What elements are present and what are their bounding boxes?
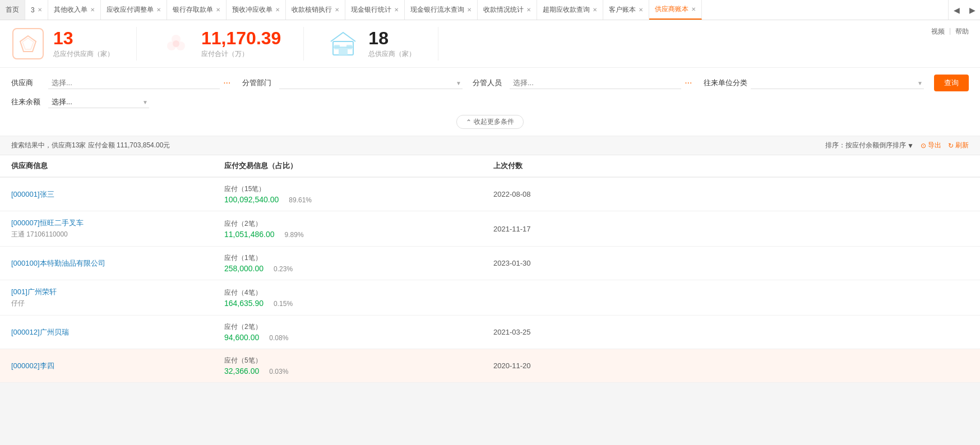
supplier-ellipsis-icon[interactable]: ··· (223, 78, 230, 88)
supplier-link-5[interactable]: [000002]李四 (11, 361, 54, 370)
category-dropdown-icon: ▼ (917, 80, 923, 86)
nav-tab-3[interactable]: 3 ✕ (25, 0, 48, 20)
nav-tab-verify[interactable]: 收款核销执行 ✕ (286, 0, 345, 20)
nav-next-button[interactable]: ▶ (964, 0, 980, 20)
cell-lastpay-5: 2020-11-20 (493, 361, 969, 370)
trans-percent-5: 0.03% (269, 368, 288, 376)
nav-tab-prepay[interactable]: 预收冲应收单 ✕ (226, 0, 286, 20)
svg-point-5 (173, 40, 179, 47)
summary-card-payable-suppliers: 13 总应付供应商（家） (11, 27, 137, 61)
nav-tab-prepay-label: 预收冲应收单 (232, 5, 272, 15)
cell-transaction-2: 应付（1笔） 258,000.00 0.23% (224, 253, 493, 273)
svg-rect-7 (339, 47, 348, 55)
nav-tab-home[interactable]: 首页 (0, 0, 25, 20)
nav-tab-adjust[interactable]: 应收应付调整单 ✕ (101, 0, 167, 20)
table-row: [000001]张三 应付（15笔） 100,092,540.00 89.61%… (0, 178, 980, 211)
result-summary-text: 搜索结果中，供应商13家 应付金额 111,703,854.00元 (11, 141, 170, 150)
close-icon[interactable]: ✕ (593, 7, 597, 13)
person-ellipsis-icon[interactable]: ··· (685, 78, 692, 88)
cell-lastpay-2: 2023-01-30 (493, 259, 969, 267)
category-select[interactable] (751, 77, 924, 89)
summary-card-payable-total: 11,170.39 应付合计（万） (159, 27, 304, 61)
supplier-sub-1: 王通 17106110000 (11, 230, 224, 239)
trans-percent-0: 89.61% (289, 196, 312, 204)
chevron-up-icon: ⌃ (466, 118, 471, 126)
trans-label-5: 应付（5笔） (224, 356, 493, 365)
trans-amount-2: 258,000.00 (224, 264, 264, 273)
close-icon[interactable]: ✕ (38, 7, 42, 13)
summary-icon-flower (159, 27, 193, 61)
cell-lastpay-0: 2022-08-08 (493, 190, 969, 198)
nav-tab-cashstat[interactable]: 现金银行统计 ✕ (345, 0, 405, 20)
nav-tab-bank-label: 银行存取款单 (173, 5, 213, 15)
filter-row-1: 供应商 ··· 分管部门 ▼ 分管人员 ··· 往来单位分类 ▼ 查询 (11, 75, 969, 91)
nav-tab-recvstat[interactable]: 收款情况统计 ✕ (478, 0, 537, 20)
balance-dropdown-icon: ▼ (142, 99, 148, 105)
close-icon[interactable]: ✕ (216, 7, 220, 13)
video-link[interactable]: 视频 (931, 27, 945, 36)
close-icon[interactable]: ✕ (156, 7, 161, 13)
collapse-button[interactable]: ⌃ 收起更多条件 (456, 115, 524, 129)
sort-dropdown[interactable]: 排序：按应付余额倒序排序 ▼ (825, 141, 914, 150)
close-icon[interactable]: ✕ (275, 7, 280, 13)
dept-dropdown-icon: ▼ (456, 80, 461, 86)
supplier-filter-label: 供应商 (11, 78, 45, 88)
cell-supplier-4: [000012]广州贝瑞 (11, 327, 224, 337)
query-button[interactable]: 查询 (934, 75, 969, 91)
trans-label-4: 应付（2笔） (224, 322, 493, 332)
summary-text-payable-total: 11,170.39 应付合计（万） (201, 29, 281, 59)
refresh-button[interactable]: ↻ 刷新 (948, 141, 969, 150)
filter-person: 分管人员 ··· (473, 77, 692, 89)
nav-tab-income[interactable]: 其他收入单 ✕ (48, 0, 101, 20)
cell-transaction-3: 应付（4笔） 164,635.90 0.15% (224, 288, 493, 308)
close-icon[interactable]: ✕ (691, 6, 696, 12)
supplier-link-2[interactable]: [000100]本特勤油品有限公司 (11, 259, 105, 267)
supplier-input[interactable] (48, 77, 220, 89)
table-row: [001]广州荣轩 仔仔 应付（4笔） 164,635.90 0.15% (0, 280, 980, 316)
close-icon[interactable]: ✕ (90, 7, 95, 13)
cell-transaction-0: 应付（15笔） 100,092,540.00 89.61% (224, 184, 493, 204)
export-icon: ⊙ (921, 142, 926, 150)
collapse-button-label: 收起更多条件 (474, 117, 514, 127)
nav-tab-overdue[interactable]: 超期应收款查询 ✕ (537, 0, 603, 20)
th-last-payment: 上次付数 (493, 161, 969, 171)
close-icon[interactable]: ✕ (335, 7, 339, 13)
nav-prev-button[interactable]: ◀ (949, 0, 964, 20)
trans-label-3: 应付（4笔） (224, 288, 493, 298)
nav-tab-bank[interactable]: 银行存取款单 ✕ (167, 0, 226, 20)
supplier-link-1[interactable]: [000007]恒旺二手叉车 (11, 219, 84, 227)
top-navigation: 首页 3 ✕ 其他收入单 ✕ 应收应付调整单 ✕ 银行存取款单 ✕ 预收冲应收单… (0, 0, 980, 20)
nav-tab-supplierbook-label: 供应商账本 (655, 4, 688, 14)
nav-arrows: ◀ ▶ (948, 0, 980, 20)
close-icon[interactable]: ✕ (467, 7, 471, 13)
table-row: [000100]本特勤油品有限公司 应付（1笔） 258,000.00 0.23… (0, 247, 980, 280)
close-icon[interactable]: ✕ (394, 7, 399, 13)
summary-icon-store (326, 27, 360, 61)
filter-dept: 分管部门 ▼ (242, 77, 462, 89)
cell-supplier-5: [000002]李四 (11, 361, 224, 371)
balance-select[interactable]: 选择... (48, 96, 149, 108)
trans-amount-5: 32,366.00 (224, 367, 259, 376)
nav-tab-custbook[interactable]: 客户账本 ✕ (603, 0, 649, 20)
store-icon (327, 28, 359, 59)
nav-tab-supplierbook[interactable]: 供应商账本 ✕ (649, 0, 702, 20)
trans-percent-1: 9.89% (285, 231, 304, 239)
export-button[interactable]: ⊙ 导出 (921, 141, 941, 150)
payable-suppliers-value: 13 (53, 29, 114, 47)
nav-tab-cashflow[interactable]: 现金银行流水查询 ✕ (405, 0, 478, 20)
cell-transaction-1: 应付（2笔） 11,051,486.00 9.89% (224, 219, 493, 239)
dept-select[interactable] (279, 77, 463, 89)
person-input[interactable] (510, 77, 681, 89)
diamond-icon (12, 28, 44, 59)
summary-card-total-suppliers: 18 总供应商（家） (326, 27, 438, 61)
help-link[interactable]: 帮助 (955, 27, 969, 36)
svg-marker-1 (22, 38, 34, 49)
supplier-link-0[interactable]: [000001]张三 (11, 190, 54, 198)
supplier-link-3[interactable]: [001]广州荣轩 (11, 288, 57, 296)
supplier-link-4[interactable]: [000012]广州贝瑞 (11, 328, 69, 336)
close-icon[interactable]: ✕ (526, 7, 531, 13)
trans-amount-1: 11,051,486.00 (224, 230, 275, 239)
data-table-container: 供应商信息 应付交易信息（占比） 上次付数 [000001]张三 应付（15笔）… (0, 155, 980, 383)
close-icon[interactable]: ✕ (639, 7, 643, 13)
nav-tab-adjust-label: 应收应付调整单 (107, 5, 154, 15)
